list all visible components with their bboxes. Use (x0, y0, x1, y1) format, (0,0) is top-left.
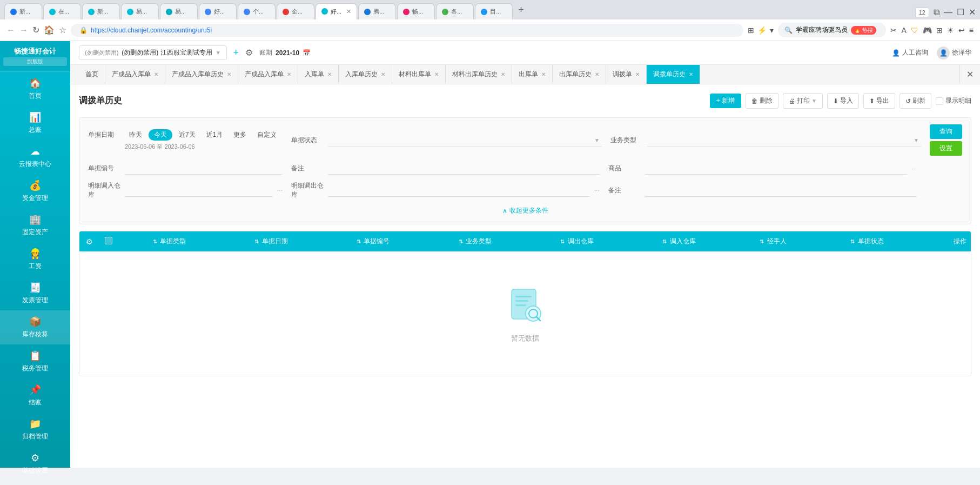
company-selector[interactable]: (勿删勿禁用) (勿删勿禁用) 江西服宝测试专用 ▼ (79, 45, 227, 60)
close-icon[interactable]: ✕ (346, 8, 351, 15)
date-7days-btn[interactable]: 近7天 (174, 129, 200, 141)
sidebar-item-archive[interactable]: 📁 归档管理 (0, 413, 70, 447)
close-icon[interactable]: ✕ (154, 71, 158, 77)
col-doc-type[interactable]: ⇅ 单据类型 (118, 231, 220, 251)
sidebar-item-funds[interactable]: 💰 资金管理 (0, 174, 70, 208)
back-button[interactable]: ← (6, 25, 15, 35)
remark-input[interactable] (328, 162, 600, 175)
reload-button[interactable]: ↻ (32, 25, 39, 35)
col-business-type[interactable]: ⇅ 业务类型 (424, 231, 526, 251)
add-company-button[interactable]: + (233, 47, 239, 58)
maximize-icon[interactable]: ☐ (957, 7, 964, 17)
browser-tab-8[interactable]: 企... (277, 3, 314, 19)
browser-tab-1[interactable]: 新... (4, 3, 42, 19)
sidebar-item-home[interactable]: 🏠 首页 (0, 72, 70, 106)
sidebar-item-cloud-reports[interactable]: ☁ 云报表中心 (0, 140, 70, 174)
more-dots-icon[interactable]: ··· (911, 165, 917, 172)
page-tab-finished-in2[interactable]: 产成品入库单 ✕ (238, 65, 298, 84)
col-out-warehouse[interactable]: ⇅ 调出仓库 (526, 231, 628, 251)
page-tab-out-history[interactable]: 出库单历史 ✕ (553, 65, 606, 84)
sidebar-item-settings[interactable]: ⚙ 基础设置 (0, 447, 70, 481)
col-doc-status[interactable]: ⇅ 单据状态 (816, 231, 918, 251)
page-tab-in[interactable]: 入库单 ✕ (298, 65, 339, 84)
page-tab-finished-in[interactable]: 产成品入库单 ✕ (105, 65, 165, 84)
bookmark-button[interactable]: ☆ (59, 25, 66, 35)
collapse-filter-button[interactable]: ∧ 收起更多条件 (88, 204, 962, 217)
tab-bar-close-button[interactable]: ✕ (959, 65, 980, 84)
home-button[interactable]: 🏠 (44, 25, 55, 35)
date-custom-btn[interactable]: 自定义 (253, 129, 281, 141)
close-icon[interactable]: ✕ (689, 71, 693, 77)
settings-filter-button[interactable]: 设置 (930, 141, 962, 156)
close-icon[interactable]: ✕ (227, 71, 231, 77)
browser-tab-5[interactable]: 易... (160, 3, 198, 19)
col-handler[interactable]: ⇅ 经手人 (730, 231, 816, 251)
detail-in-input[interactable] (125, 184, 273, 197)
close-window-icon[interactable]: ✕ (969, 7, 976, 17)
col-in-warehouse[interactable]: ⇅ 调入仓库 (628, 231, 730, 251)
print-button[interactable]: 🖨 打印 ▼ (783, 93, 823, 109)
product-input[interactable] (645, 162, 907, 175)
col-doc-date[interactable]: ⇅ 单据日期 (220, 231, 323, 251)
page-tab-material-out-history[interactable]: 材料出库单历史 ✕ (446, 65, 512, 84)
date-1month-btn[interactable]: 近1月 (202, 129, 227, 141)
settings-col-header[interactable]: ⚙ (79, 231, 99, 251)
sidebar-item-tax[interactable]: 📋 税务管理 (0, 344, 70, 378)
business-type-select-wrapper[interactable]: ▼ (647, 134, 921, 147)
sidebar-item-payroll[interactable]: 👷 工资 (0, 242, 70, 276)
sidebar-item-assets[interactable]: 🏢 固定资产 (0, 208, 70, 242)
detail-out-more-icon[interactable]: ··· (594, 187, 600, 194)
menu-icon[interactable]: ≡ (969, 26, 974, 35)
close-icon[interactable]: ✕ (287, 71, 291, 77)
new-tab-button[interactable]: + (514, 2, 528, 18)
date-yesterday-btn[interactable]: 昨天 (125, 129, 146, 141)
browser-tab-3[interactable]: 新... (82, 3, 120, 19)
status-select[interactable] (328, 134, 602, 147)
refresh-button[interactable]: ↺ 刷新 (900, 93, 931, 109)
close-icon[interactable]: ✕ (595, 71, 599, 77)
forward-button[interactable]: → (19, 25, 28, 35)
page-tab-in-history[interactable]: 入库单历史 ✕ (339, 65, 392, 84)
close-icon[interactable]: ✕ (541, 71, 546, 77)
detail-out-input[interactable] (328, 184, 590, 197)
export-button[interactable]: ⬆ 导出 (863, 93, 895, 109)
page-tab-home[interactable]: 首页 (79, 65, 105, 84)
new-button[interactable]: + 新增 (710, 94, 741, 108)
browser-tab-12[interactable]: 目... (475, 3, 513, 19)
page-tab-transfer-history[interactable]: 调拨单历史 ✕ (647, 65, 700, 84)
checkbox-col-header[interactable] (99, 231, 118, 251)
user-info[interactable]: 👤 徐泽华 (937, 46, 971, 59)
delete-button[interactable]: 🗑 删除 (746, 93, 778, 109)
sidebar-item-close-accounts[interactable]: 📌 结账 (0, 378, 70, 413)
close-icon[interactable]: ✕ (635, 71, 640, 77)
show-detail-toggle[interactable]: 显示明细 (936, 96, 971, 105)
doc-number-input[interactable] (125, 162, 283, 175)
browser-tab-7[interactable]: 个... (238, 3, 276, 19)
browser-tab-active[interactable]: 好... ✕ (316, 3, 357, 19)
page-tab-transfer[interactable]: 调拨单 ✕ (606, 65, 647, 84)
detail-in-more-icon[interactable]: ··· (277, 187, 283, 194)
close-icon[interactable]: ✕ (501, 71, 505, 77)
status-select-wrapper[interactable]: ▼ (328, 134, 602, 147)
browser-tab-10[interactable]: 畅... (397, 3, 435, 19)
close-icon[interactable]: ✕ (327, 71, 332, 77)
date-today-btn[interactable]: 今天 (149, 129, 172, 141)
browser-tab-6[interactable]: 好... (199, 3, 237, 19)
query-button[interactable]: 查询 (930, 124, 962, 139)
import-button[interactable]: ⬇ 导入 (827, 93, 859, 109)
col-doc-number[interactable]: ⇅ 单据编号 (322, 231, 424, 251)
browser-tab-2[interactable]: 在... (43, 3, 81, 19)
sidebar-item-ledger[interactable]: 📊 总账 (0, 106, 70, 140)
address-bar[interactable]: 🔒 https://cloud.chanjet.com/accounting/u… (71, 24, 743, 37)
page-tab-finished-in-history[interactable]: 产成品入库单历史 ✕ (165, 65, 238, 84)
sidebar-item-guide[interactable]: 📖 新手引导 (0, 481, 70, 485)
detail-remark-input[interactable] (645, 184, 917, 197)
close-icon[interactable]: ✕ (434, 71, 439, 77)
page-tab-material-out[interactable]: 材料出库单 ✕ (392, 65, 446, 84)
sidebar-item-inventory[interactable]: 📦 库存核算 (0, 310, 70, 344)
customer-service[interactable]: 👤 人工咨询 (892, 48, 928, 57)
browser-tab-9[interactable]: 腾... (358, 3, 396, 19)
date-more-btn[interactable]: 更多 (229, 129, 251, 141)
browser-tab-4[interactable]: 易... (121, 3, 159, 19)
calendar-icon[interactable]: 📅 (303, 49, 311, 57)
